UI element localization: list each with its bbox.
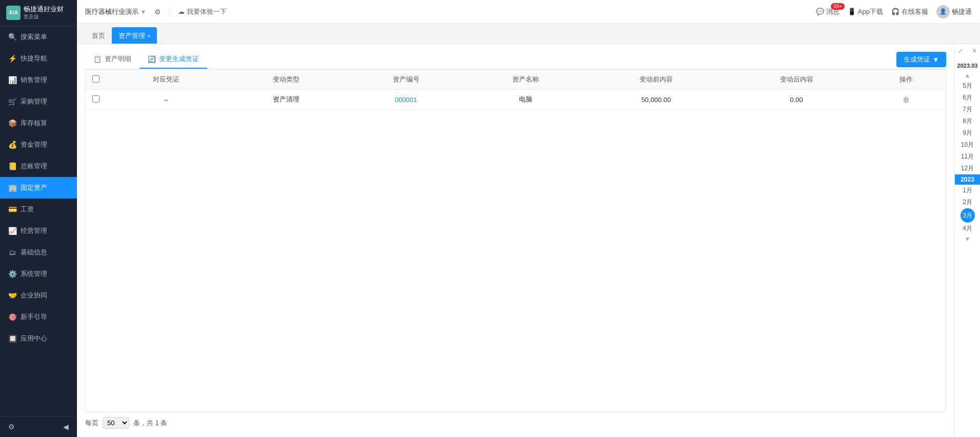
- sidebar-label-system: 系统管理: [21, 269, 47, 279]
- sidebar-item-apps[interactable]: 🔲 应用中心: [0, 328, 77, 349]
- row-asset-name: 电脑: [466, 90, 586, 110]
- search-icon: 🔍: [8, 33, 16, 41]
- sub-tab-change-voucher-label: 变更生成凭证: [159, 54, 199, 64]
- sub-tab-change-voucher[interactable]: 🔄 变更生成凭证: [139, 50, 207, 69]
- row-after-change: 0.00: [726, 90, 867, 110]
- sidebar-item-inventory[interactable]: 📦 库存核算: [0, 112, 77, 134]
- sidebar-item-system[interactable]: ⚙️ 系统管理: [0, 263, 77, 285]
- row-change-type: 资产清理: [226, 90, 346, 110]
- inventory-icon: 📦: [8, 119, 16, 127]
- settings-footer-icon[interactable]: ⚙: [8, 423, 15, 431]
- collapse-icon[interactable]: ◀: [63, 423, 69, 431]
- cal-month-1[interactable]: 1月: [955, 185, 980, 196]
- cal-month-3-active[interactable]: 3月: [961, 208, 975, 223]
- topbar-settings-icon[interactable]: ⚙: [154, 8, 161, 16]
- asset-detail-icon: 📋: [93, 55, 102, 63]
- experience-btn[interactable]: ☁ 我要体验一下: [178, 7, 227, 16]
- generate-voucher-btn[interactable]: 生成凭证 ▼: [896, 52, 946, 67]
- sidebar-label-quicknav: 快捷导航: [21, 54, 47, 63]
- cal-scroll-up[interactable]: ▲: [965, 71, 971, 80]
- quicknav-icon: ⚡: [8, 54, 16, 63]
- cal-month-6[interactable]: 6月: [955, 92, 980, 104]
- per-page-select[interactable]: 50 20 100: [103, 417, 129, 429]
- row-checkbox[interactable]: [92, 95, 99, 103]
- main-content: 📋 资产明细 🔄 变更生成凭证 生成凭证 ▼: [77, 44, 954, 437]
- cal-month-10[interactable]: 10月: [955, 139, 980, 151]
- sidebar-item-guide[interactable]: 🎯 新手引导: [0, 306, 77, 328]
- generate-voucher-label: 生成凭证: [904, 55, 930, 64]
- delete-row-icon[interactable]: 🗑: [903, 95, 910, 104]
- app-download-btn[interactable]: 📱 App下载: [848, 7, 883, 16]
- sidebar-item-ledger[interactable]: 📒 总账管理: [0, 155, 77, 177]
- sidebar-item-basics[interactable]: 🗂 基础信息: [0, 242, 77, 263]
- sub-tab-asset-detail[interactable]: 📋 资产明细: [85, 50, 139, 69]
- logo-text-block: 畅捷通好业财 普及版: [24, 5, 64, 21]
- cal-month-12[interactable]: 12月: [955, 163, 980, 174]
- sidebar-item-fixed-assets[interactable]: 🏢 固定资产: [0, 177, 77, 198]
- messages-btn[interactable]: 💬 消息 99+: [816, 7, 839, 16]
- panel-close-icon[interactable]: ✕: [972, 47, 977, 54]
- row-asset-code[interactable]: 000001: [346, 90, 466, 110]
- sidebar-item-sales[interactable]: 📊 销售管理: [0, 69, 77, 91]
- sidebar-item-funds[interactable]: 💰 资金管理: [0, 134, 77, 155]
- col-after-change: 变动后内容: [726, 70, 867, 90]
- sidebar-item-payroll[interactable]: 💳 工资: [0, 198, 77, 220]
- cal-month-8[interactable]: 8月: [955, 115, 980, 127]
- sub-tab-toolbar: 生成凭证 ▼: [896, 52, 946, 67]
- cal-month-9[interactable]: 9月: [955, 127, 980, 139]
- panel-expand-icon[interactable]: ⤢: [958, 47, 963, 54]
- table-header-row: 对应凭证 变动类型 资产编号 资产名称 变动前内容 变动后内容 操作: [86, 70, 946, 90]
- customer-service-btn[interactable]: 🎧 在线客服: [891, 7, 928, 16]
- company-selector[interactable]: 医疗器械行业演示 ▼: [85, 7, 146, 16]
- app-download-label: App下载: [858, 7, 883, 16]
- col-before-change: 变动前内容: [586, 70, 726, 90]
- total-label: 条，共 1 条: [133, 419, 167, 428]
- cal-month-4[interactable]: 4月: [955, 223, 980, 234]
- sidebar-item-search[interactable]: 🔍 搜索菜单: [0, 26, 77, 48]
- apps-icon: 🔲: [8, 334, 16, 343]
- main-area: 医疗器械行业演示 ▼ ⚙ ☁ 我要体验一下 💬 消息 99+ 📱 App下载 🎧…: [77, 0, 980, 437]
- cal-month-11[interactable]: 11月: [955, 151, 980, 163]
- logo-subtitle: 普及版: [24, 13, 64, 21]
- sidebar-item-purchase[interactable]: 🛒 采购管理: [0, 91, 77, 112]
- tab-asset-management[interactable]: 资产管理 ×: [112, 27, 157, 44]
- cal-scroll-down[interactable]: ▼: [965, 234, 971, 244]
- row-action-cell: 🗑: [867, 90, 946, 110]
- col-action: 操作: [867, 70, 946, 90]
- tab-close-icon[interactable]: ×: [147, 33, 150, 39]
- system-icon: ⚙️: [8, 270, 16, 278]
- sidebar-item-operations[interactable]: 📈 经营管理: [0, 220, 77, 242]
- sidebar-label-sales: 销售管理: [21, 75, 47, 85]
- col-asset-name: 资产名称: [466, 70, 586, 90]
- sidebar-label-payroll: 工资: [21, 205, 34, 214]
- sidebar: AtA 畅捷通好业财 普及版 🔍 搜索菜单 ⚡ 快捷导航 📊 销售管理 🛒 采购…: [0, 0, 77, 437]
- row-before-change: 50,000.00: [586, 90, 726, 110]
- sidebar-nav: 🔍 搜索菜单 ⚡ 快捷导航 📊 销售管理 🛒 采购管理 📦 库存核算 💰 资金管…: [0, 26, 77, 416]
- purchase-icon: 🛒: [8, 97, 16, 106]
- cal-month-5[interactable]: 5月: [955, 80, 980, 92]
- ledger-icon: 📒: [8, 162, 16, 170]
- select-all-checkbox[interactable]: [92, 75, 99, 83]
- app-download-icon: 📱: [848, 8, 856, 15]
- cal-month-7[interactable]: 7月: [955, 104, 980, 115]
- sidebar-label-inventory: 库存核算: [21, 118, 47, 128]
- cal-year-2023[interactable]: 2023: [955, 174, 980, 185]
- sidebar-label-basics: 基础信息: [21, 248, 47, 257]
- content-inner: 📋 资产明细 🔄 变更生成凭证 生成凭证 ▼: [77, 44, 954, 437]
- company-dropdown-icon: ▼: [141, 9, 146, 15]
- logo-title: 畅捷通好业财: [24, 5, 64, 13]
- table-row: -- 资产清理 000001 电脑 50,000.00 0.00 🗑: [86, 90, 946, 110]
- sidebar-item-quicknav[interactable]: ⚡ 快捷导航: [0, 48, 77, 69]
- pagination: 每页 50 20 100 条，共 1 条: [85, 412, 946, 431]
- change-voucher-icon: 🔄: [148, 55, 156, 63]
- sidebar-item-collab[interactable]: 🤝 企业协同: [0, 285, 77, 306]
- content-area: 📋 资产明细 🔄 变更生成凭证 生成凭证 ▼: [77, 44, 954, 437]
- sales-icon: 📊: [8, 76, 16, 84]
- funds-icon: 💰: [8, 141, 16, 149]
- tab-home[interactable]: 首页: [85, 27, 112, 44]
- tabbar: 首页 资产管理 ×: [77, 24, 980, 44]
- user-menu[interactable]: 👤 畅捷通: [936, 5, 972, 18]
- cal-month-2[interactable]: 2月: [955, 196, 980, 208]
- collab-icon: 🤝: [8, 291, 16, 300]
- sidebar-label-operations: 经营管理: [21, 226, 47, 235]
